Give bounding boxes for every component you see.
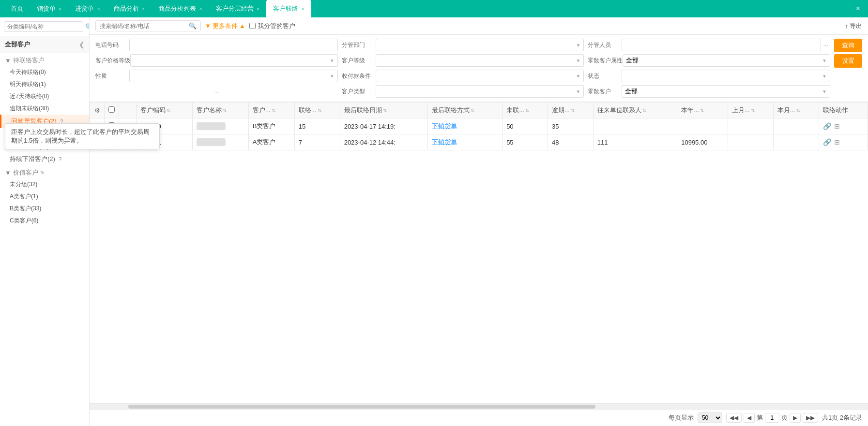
scrollbar-thumb[interactable] xyxy=(128,405,595,409)
sidebar-all-customers-header[interactable]: 全部客户 ❮ xyxy=(0,36,89,53)
main-search-icon[interactable]: 🔍 xyxy=(189,22,197,29)
sidebar-ungroup[interactable]: 未分组(32) xyxy=(0,178,89,191)
sidebar-today-pending[interactable]: 今天待联络(0) xyxy=(0,66,89,78)
col-last-month[interactable]: 上月... ⇅ xyxy=(728,103,773,118)
nav-analysis-close[interactable]: × xyxy=(142,6,145,12)
col-this-month[interactable]: 本月... ⇅ xyxy=(773,103,819,118)
sort-this-month[interactable]: ⇅ xyxy=(796,108,800,113)
row2-last-date: 2023-04-12 14:44: xyxy=(340,134,427,150)
sidebar-week-pending[interactable]: 近7天待联络(0) xyxy=(0,90,89,103)
nav-analysis-list-close[interactable]: × xyxy=(199,6,202,12)
right-content: 🔍 ▼ 更多条件 ▲ 我分管的客户 ↑ 导出 xyxy=(90,17,868,426)
nav-purchase[interactable]: 进货单 × xyxy=(68,0,107,17)
col-company-contacts[interactable]: 往来单位联系人 ⇅ xyxy=(593,103,677,118)
col-name[interactable]: 客户名称 ⇅ xyxy=(192,103,248,118)
phone-input[interactable] xyxy=(129,39,338,51)
sidebar-a-customers[interactable]: A类客户(1) xyxy=(0,191,89,203)
nav-sales-close[interactable]: × xyxy=(59,6,61,12)
main-search-input[interactable] xyxy=(100,23,187,29)
declining-help-icon[interactable]: ? xyxy=(59,156,61,162)
sidebar-search-icon[interactable]: 🔍 xyxy=(85,23,90,30)
person-select[interactable] xyxy=(622,39,821,51)
col-code[interactable]: 客户编码 ⇅ xyxy=(136,103,192,118)
sort-this-year[interactable]: ⇅ xyxy=(700,108,704,113)
my-customers-checkbox[interactable] xyxy=(249,23,256,29)
sidebar-declining[interactable]: 持续下滑客户(2) ? xyxy=(0,153,89,165)
sort-overdue[interactable]: ⇅ xyxy=(571,108,575,113)
nav-customer-manage-close[interactable]: × xyxy=(257,6,259,12)
query-button[interactable]: 查询 xyxy=(834,39,862,52)
next-page-btn[interactable]: ▶ xyxy=(790,413,801,423)
customer-type-select[interactable]: ▼ xyxy=(376,85,584,98)
sort-company-contacts[interactable]: ⇅ xyxy=(642,108,646,113)
sidebar-value-group[interactable]: ▼ 价值客户 ✎ xyxy=(0,165,89,178)
col-last-date[interactable]: 最后联络日期 ⇅ xyxy=(340,103,427,118)
nav-customer-contact[interactable]: 客户联络 × xyxy=(266,0,311,17)
nav-purchase-close[interactable]: × xyxy=(97,6,100,12)
sidebar-search-input[interactable] xyxy=(4,21,83,32)
first-page-btn[interactable]: ◀◀ xyxy=(726,413,742,423)
table-row: 2 000031 A类客户 7 2023-04-12 14:44: 下销货单 5… xyxy=(90,134,868,150)
row2-grid-icon[interactable]: ⊞ xyxy=(834,138,840,146)
price-level-select[interactable]: ▼ xyxy=(130,54,338,67)
nav-customer-manage[interactable]: 客户分层经营 × xyxy=(209,0,266,17)
sort-uncontacted[interactable]: ⇅ xyxy=(525,108,529,113)
nav-analysis[interactable]: 商品分析 × xyxy=(107,0,152,17)
dept-chevron: ▼ xyxy=(576,43,580,48)
sort-contact[interactable]: ⇅ xyxy=(318,108,321,113)
my-customers-checkbox-wrap[interactable]: 我分管的客户 xyxy=(249,22,295,30)
nav-analysis-list[interactable]: 商品分析列表 × xyxy=(152,0,209,17)
last-page-btn[interactable]: ▶▶ xyxy=(803,413,818,423)
row2-this-month xyxy=(773,134,819,150)
nav-sales[interactable]: 销货单 × xyxy=(30,0,68,17)
sidebar-overdue-pending[interactable]: 逾期未联络(30) xyxy=(0,103,89,115)
per-page-select[interactable]: 50 100 200 xyxy=(698,412,722,423)
sort-last-date[interactable]: ⇅ xyxy=(383,108,387,113)
sidebar-pending-group[interactable]: ▼ 待联络客户 xyxy=(0,53,89,66)
sidebar-b-customers[interactable]: B类客户(33) xyxy=(0,203,89,215)
sidebar-c-customers[interactable]: C类客户(6) xyxy=(0,215,89,227)
row1-last-method[interactable]: 下销货单 xyxy=(427,118,502,134)
row1-link-icon[interactable]: 🔗 xyxy=(823,122,831,130)
sidebar-tomorrow-pending[interactable]: 明天待联络(1) xyxy=(0,78,89,90)
row1-grid-icon[interactable]: ⊞ xyxy=(834,122,840,130)
filter-row4-dots[interactable]: ··· xyxy=(212,88,221,95)
page-input[interactable] xyxy=(765,413,779,423)
col-contact[interactable]: 联络... ⇅ xyxy=(294,103,340,118)
col-check[interactable] xyxy=(105,103,119,118)
col-last-method[interactable]: 最后联络方式 ⇅ xyxy=(427,103,502,118)
sort-last-method[interactable]: ⇅ xyxy=(471,108,474,113)
col-gear[interactable]: ⚙ xyxy=(90,103,105,118)
sort-last-month[interactable]: ⇅ xyxy=(751,108,755,113)
filter-status: 状态 ▼ xyxy=(588,70,830,82)
customer-level-select[interactable]: ▼ xyxy=(376,54,584,67)
col-uncontacted[interactable]: 未联... ⇅ xyxy=(503,103,548,118)
export-btn[interactable]: ↑ 导出 xyxy=(845,22,863,30)
sidebar-collapse-icon[interactable]: ❮ xyxy=(79,41,84,48)
setting-button[interactable]: 设置 xyxy=(834,54,862,68)
col-category[interactable]: 客户... ⇅ xyxy=(248,103,294,118)
nature-select[interactable]: ▼ xyxy=(129,70,338,82)
row2-link-icon[interactable]: 🔗 xyxy=(823,138,831,146)
sort-category[interactable]: ⇅ xyxy=(272,108,275,113)
more-conditions-btn[interactable]: ▼ 更多条件 ▲ xyxy=(205,22,245,30)
sort-name[interactable]: ⇅ xyxy=(223,108,227,113)
check-all[interactable] xyxy=(108,106,115,113)
status-select[interactable]: ▼ xyxy=(622,70,830,82)
nav-customer-contact-close[interactable]: × xyxy=(301,6,304,12)
row2-last-method[interactable]: 下销货单 xyxy=(427,134,502,150)
sort-code[interactable]: ⇅ xyxy=(167,108,170,113)
nav-home[interactable]: 首页 xyxy=(4,0,30,17)
dept-select[interactable]: ▼ xyxy=(376,39,584,51)
col-overdue[interactable]: 逾期... ⇅ xyxy=(548,103,593,118)
retail-customer-select[interactable]: 全部 ▼ xyxy=(622,85,830,98)
retail-attr-select[interactable]: 全部 ▼ xyxy=(623,54,830,67)
filter-customer-type: 客户类型 ▼ xyxy=(342,85,584,98)
prev-page-btn[interactable]: ◀ xyxy=(744,413,755,423)
payment-select[interactable]: ▼ xyxy=(376,70,584,82)
col-this-year[interactable]: 本年... ⇅ xyxy=(677,103,728,118)
window-close-btn[interactable]: × xyxy=(852,4,864,13)
person-dots[interactable]: ··· xyxy=(821,42,830,49)
horizontal-scrollbar[interactable] xyxy=(90,403,868,409)
value-edit-icon[interactable]: ✎ xyxy=(40,170,45,176)
